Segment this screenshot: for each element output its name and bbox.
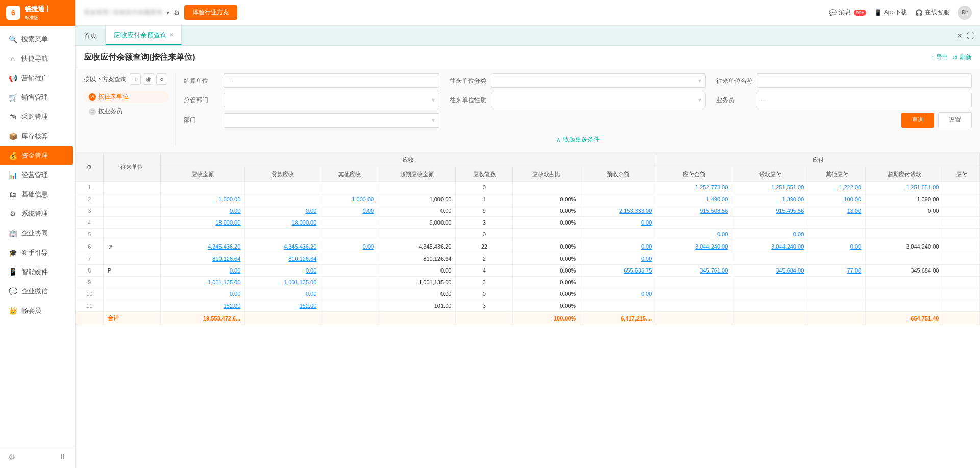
download-icon: 📱 xyxy=(874,9,882,16)
sidebar-item-wechat[interactable]: 💬 企业微信 xyxy=(0,282,75,301)
table-row: 10 0.00 0.00 0.00 0 0.00% 0.00 xyxy=(76,288,980,300)
sidebar-item-marketing[interactable]: 📢 营销推广 xyxy=(0,68,75,88)
dept-manager-input[interactable]: ▾ xyxy=(224,93,439,107)
tab-home[interactable]: 首页 xyxy=(76,26,106,45)
partner-cell xyxy=(103,193,160,205)
partner-cell xyxy=(103,182,160,193)
table-row: 1 0 1,252,773.00 1,251,551.00 1,222.00 1… xyxy=(76,182,980,193)
sidebar-item-member[interactable]: 👑 畅会员 xyxy=(0,301,75,321)
guide-icon: 🎓 xyxy=(8,248,17,257)
sidebar-item-inventory[interactable]: 📦 库存核算 xyxy=(0,127,75,146)
system-icon: ⚙ xyxy=(8,209,17,218)
export-button[interactable]: ↑ 导出 xyxy=(931,53,948,62)
table-footer-row: 合计 19,553,472,6... 100.00% 6,417,215....… xyxy=(76,312,980,325)
partner-cell xyxy=(103,217,160,229)
table-row: 7 810,126.64 810,126.64 810,126.64 2 0.0… xyxy=(76,253,980,265)
sidebar-item-search-menu[interactable]: 🔍 搜索菜单 xyxy=(0,30,75,49)
table-row: 6 ァ 4,345,436.20 4,345,436.20 0.00 4,345… xyxy=(76,240,980,253)
by-salesperson-label: 按业务员 xyxy=(98,107,122,116)
col-ap-amount: 应付金额 xyxy=(656,167,732,182)
tab-close-icon[interactable]: × xyxy=(170,32,173,38)
trial-btn[interactable]: 体验行业方案 xyxy=(184,5,237,20)
view-by-partner[interactable]: W 按往来单位 xyxy=(84,91,169,103)
query-button[interactable]: 查询 xyxy=(901,113,934,128)
ap-other-link[interactable]: 1,222.00 xyxy=(808,182,866,193)
message-item[interactable]: 💬 消息 99+ xyxy=(829,8,866,17)
sidebar-item-enterprise[interactable]: 🏢 企业协同 xyxy=(0,224,75,243)
sidebar-item-basic-info[interactable]: 🗂 基础信息 xyxy=(0,185,75,204)
sales-icon: 🛒 xyxy=(8,93,17,102)
app-download-item[interactable]: 📱 App下载 xyxy=(874,8,907,17)
collapse-icon: ∧ xyxy=(556,136,561,143)
partner-option-dot: W xyxy=(89,93,96,101)
partner-category-input[interactable]: ▾ xyxy=(491,73,705,88)
sidebar-item-quick-nav[interactable]: ⌂ 快捷导航 xyxy=(0,49,75,68)
sidebar-item-guide[interactable]: 🎓 新手引导 xyxy=(0,243,75,262)
table-section: ⚙ 往来单位 应收 应付 应收金额 贷款应收 其他应收 超期应收金额 应收笔数 … xyxy=(76,153,980,427)
settlement-unit-input[interactable]: ··· xyxy=(224,73,439,88)
online-service-item[interactable]: 🎧 在线客服 xyxy=(915,8,949,17)
breadcrumb-dropdown[interactable]: ▾ xyxy=(166,9,169,16)
sidebar-item-smart-hw[interactable]: 📱 智能硬件 xyxy=(0,262,75,282)
top-header: 资金管理 / 应收应付余额查询 ▾ ⚙ 体验行业方案 💬 消息 99+ 📱 Ap… xyxy=(76,0,980,26)
partner-cell xyxy=(103,229,160,240)
sidebar-item-sales[interactable]: 🛒 销售管理 xyxy=(0,88,75,107)
sidebar-item-purchase[interactable]: 🛍 采购管理 xyxy=(0,107,75,127)
partner-cell xyxy=(103,253,160,265)
close-window-icon[interactable]: ✕ xyxy=(957,32,963,40)
partner-category-label: 往来单位分类 xyxy=(450,77,486,85)
col-ap-other: 其他应付 xyxy=(808,167,866,182)
collapse-conditions-bar[interactable]: ∧ 收起更多条件 xyxy=(184,133,972,146)
collapse-sidebar-icon[interactable]: ⏸ xyxy=(59,452,67,462)
sidebar-item-label: 库存核算 xyxy=(21,132,48,141)
footer-ar-amount: 19,553,472,6... xyxy=(160,312,245,325)
app-download-label: App下载 xyxy=(884,8,907,17)
sidebar-item-operation[interactable]: 📊 经营管理 xyxy=(0,165,75,185)
sidebar-item-label: 智能硬件 xyxy=(21,267,48,277)
scheme-settings-button[interactable]: ◉ xyxy=(143,73,154,85)
ap-amount-link[interactable]: 1,252,773.00 xyxy=(656,182,732,193)
settings-button[interactable]: 设置 xyxy=(938,112,972,128)
partner-name-input[interactable] xyxy=(757,73,972,88)
sidebar-item-label: 基础信息 xyxy=(21,190,48,199)
home-icon: ⌂ xyxy=(8,54,17,63)
partner-nature-input[interactable]: ▾ xyxy=(491,93,705,107)
sidebar-nav: 🔍 搜索菜单 ⌂ 快捷导航 📢 营销推广 🛒 销售管理 🛍 采购管理 📦 库存核… xyxy=(0,26,75,446)
footer-advance: 6,417,215.... xyxy=(580,312,656,325)
tab-actions: ✕ ⛶ xyxy=(950,32,980,40)
sidebar-item-label: 畅会员 xyxy=(21,306,41,315)
settings-bottom-icon[interactable]: ⚙ xyxy=(8,452,15,462)
query-section: 按以下方案查询 + ◉ « W 按往来单位 ◎ 按业务员 xyxy=(76,67,980,153)
ap-overdue-link[interactable]: 1,251,551.00 xyxy=(866,182,943,193)
sidebar-item-label: 系统管理 xyxy=(21,209,48,218)
refresh-button[interactable]: ↺ 刷新 xyxy=(952,53,972,62)
view-by-salesperson[interactable]: ◎ 按业务员 xyxy=(84,106,169,117)
partner-cell xyxy=(103,288,160,300)
member-icon: 👑 xyxy=(8,306,17,315)
table-row: 8 P 0.00 0.00 0.00 4 0.00% 655,636.75 34… xyxy=(76,265,980,277)
partner-category-field: 往来单位分类 ▾ xyxy=(450,73,705,88)
salesperson-field: 业务员 ··· xyxy=(716,93,972,107)
breadcrumb: 资金管理 / 应收应付余额查询 xyxy=(84,8,162,17)
sidebar-item-finance[interactable]: 💰 资金管理 xyxy=(0,146,73,165)
header-left: 资金管理 / 应收应付余额查询 ▾ ⚙ 体验行业方案 xyxy=(84,5,237,20)
col-settings[interactable]: ⚙ xyxy=(76,153,104,182)
ap-loan-link[interactable]: 1,251,551.00 xyxy=(732,182,808,193)
export-label: 导出 xyxy=(936,53,948,62)
sidebar-item-system[interactable]: ⚙ 系统管理 xyxy=(0,204,75,224)
scheme-collapse-button[interactable]: « xyxy=(156,73,167,85)
sidebar-item-label: 经营管理 xyxy=(21,170,48,180)
operation-icon: 📊 xyxy=(8,170,17,180)
tab-ar-ap[interactable]: 应收应付余额查询 × xyxy=(106,26,182,45)
department-input[interactable]: ▾ xyxy=(224,113,439,128)
dept-manager-label: 分管部门 xyxy=(184,96,219,105)
query-icon-group: + ◉ « xyxy=(130,73,167,85)
page-actions: ↑ 导出 ↺ 刷新 xyxy=(931,53,972,62)
table-row: 2 1,000.00 1,000.00 1,000.00 1 0.00% 1,4… xyxy=(76,193,980,205)
settings-icon[interactable]: ⚙ xyxy=(174,9,180,17)
salesperson-input[interactable]: ··· xyxy=(756,93,972,107)
add-scheme-button[interactable]: + xyxy=(130,73,141,85)
user-avatar[interactable]: Rit xyxy=(958,6,972,20)
expand-icon[interactable]: ⛶ xyxy=(967,32,974,40)
tab-bar: 首页 应收应付余额查询 × ✕ ⛶ xyxy=(76,26,980,46)
